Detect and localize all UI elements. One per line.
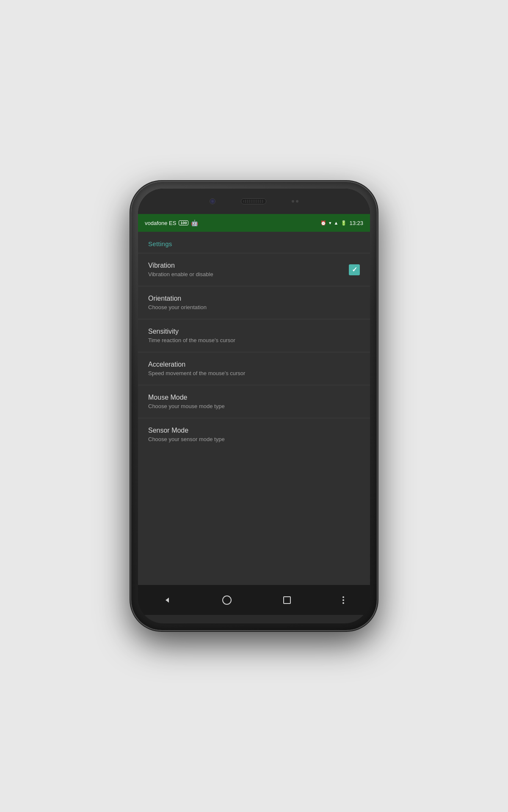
settings-item-text-sensitivity: SensitivityTime reaction of the mouse's … bbox=[148, 328, 360, 343]
dot-1 bbox=[292, 200, 294, 203]
settings-item-orientation[interactable]: OrientationChoose your orientation bbox=[138, 286, 370, 319]
screen-content: Settings VibrationVibration enable or di… bbox=[138, 232, 370, 584]
carrier-badge: 100 bbox=[179, 220, 188, 225]
checkbox-vibration[interactable] bbox=[349, 264, 360, 275]
settings-item-title-sensitivity: Sensitivity bbox=[148, 328, 360, 335]
settings-item-sensitivity[interactable]: SensitivityTime reaction of the mouse's … bbox=[138, 319, 370, 352]
nav-bar bbox=[138, 584, 370, 615]
recents-button[interactable] bbox=[279, 592, 295, 608]
status-left: vodafone ES 100 🤖 bbox=[145, 219, 198, 226]
android-icon: 🤖 bbox=[191, 219, 198, 226]
settings-item-subtitle-mouse-mode: Choose your mouse mode type bbox=[148, 403, 360, 409]
hardware-dots bbox=[292, 200, 298, 203]
recents-square bbox=[283, 596, 291, 604]
settings-item-title-vibration: Vibration bbox=[148, 262, 349, 269]
wifi-icon: ▾ bbox=[329, 220, 331, 226]
settings-item-mouse-mode[interactable]: Mouse ModeChoose your mouse mode type bbox=[138, 385, 370, 418]
page-title: Settings bbox=[148, 240, 172, 247]
status-bar: vodafone ES 100 🤖 ⏰ ▾ ▲ 🔋 13:23 bbox=[138, 214, 370, 232]
settings-item-sensor-mode[interactable]: Sensor ModeChoose your sensor mode type bbox=[138, 418, 370, 451]
settings-item-subtitle-sensitivity: Time reaction of the mouse's cursor bbox=[148, 337, 360, 343]
settings-list: VibrationVibration enable or disableOrie… bbox=[138, 253, 370, 451]
settings-item-title-mouse-mode: Mouse Mode bbox=[148, 394, 360, 401]
settings-item-text-orientation: OrientationChoose your orientation bbox=[148, 295, 360, 310]
settings-item-subtitle-acceleration: Speed movement of the mouse's cursor bbox=[148, 370, 360, 376]
back-button[interactable] bbox=[160, 593, 175, 608]
settings-item-title-acceleration: Acceleration bbox=[148, 361, 360, 368]
alarm-icon: ⏰ bbox=[320, 220, 326, 226]
phone-hardware-top bbox=[138, 189, 370, 214]
settings-item-text-sensor-mode: Sensor ModeChoose your sensor mode type bbox=[148, 427, 360, 442]
settings-item-subtitle-sensor-mode: Choose your sensor mode type bbox=[148, 436, 360, 442]
more-dots bbox=[342, 596, 344, 604]
settings-item-text-vibration: VibrationVibration enable or disable bbox=[148, 262, 349, 277]
settings-header: Settings bbox=[138, 232, 370, 253]
settings-item-title-sensor-mode: Sensor Mode bbox=[148, 427, 360, 434]
signal-icon: ▲ bbox=[334, 220, 339, 225]
more-button[interactable] bbox=[338, 592, 348, 608]
carrier-name: vodafone ES bbox=[145, 220, 176, 226]
settings-item-text-mouse-mode: Mouse ModeChoose your mouse mode type bbox=[148, 394, 360, 409]
clock: 13:23 bbox=[349, 220, 363, 226]
speaker bbox=[241, 198, 266, 204]
phone-bottom-curve bbox=[138, 615, 370, 623]
phone-screen: vodafone ES 100 🤖 ⏰ ▾ ▲ 🔋 13:23 Settings… bbox=[138, 189, 370, 623]
settings-item-text-acceleration: AccelerationSpeed movement of the mouse'… bbox=[148, 361, 360, 376]
settings-item-title-orientation: Orientation bbox=[148, 295, 360, 302]
settings-item-subtitle-vibration: Vibration enable or disable bbox=[148, 271, 349, 277]
home-button[interactable] bbox=[218, 591, 236, 609]
settings-item-subtitle-orientation: Choose your orientation bbox=[148, 304, 360, 310]
svg-marker-0 bbox=[166, 598, 169, 603]
status-right: ⏰ ▾ ▲ 🔋 13:23 bbox=[320, 220, 363, 226]
settings-item-acceleration[interactable]: AccelerationSpeed movement of the mouse'… bbox=[138, 352, 370, 385]
battery-icon: 🔋 bbox=[341, 220, 347, 226]
front-camera bbox=[210, 198, 215, 204]
home-circle bbox=[222, 595, 232, 605]
phone-device: vodafone ES 100 🤖 ⏰ ▾ ▲ 🔋 13:23 Settings… bbox=[131, 182, 377, 630]
settings-item-vibration[interactable]: VibrationVibration enable or disable bbox=[138, 253, 370, 286]
dot-2 bbox=[296, 200, 298, 203]
